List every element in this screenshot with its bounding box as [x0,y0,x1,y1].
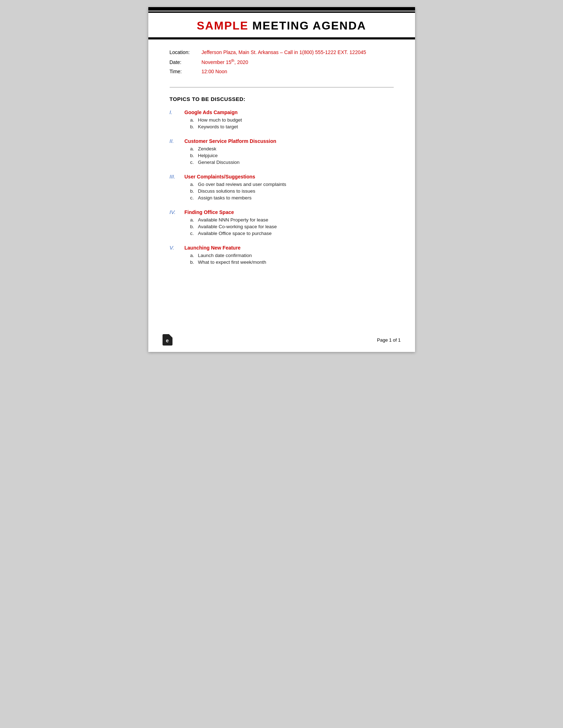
sub-item-3-1: a.Go over bad reviews and user complaint… [190,182,394,187]
sub-list-3: a.Go over bad reviews and user complaint… [170,182,394,200]
sub-text: What to expect first week/month [198,259,266,265]
footer-icon-letter: e [166,338,169,343]
page-title: SAMPLE MEETING AGENDA [163,19,401,32]
sub-list-1: a.How much to budgetb.Keywords to target [170,117,394,129]
page: SAMPLE MEETING AGENDA Location: Jefferso… [148,7,415,352]
top-bar-thick [148,7,415,11]
sub-list-2: a.Zendeskb.Helpjuicec.General Discussion [170,146,394,165]
date-pre: November 15 [202,59,232,65]
date-post: , 2020 [234,59,248,65]
location-row: Location: Jefferson Plaza, Main St. Arka… [170,49,394,55]
date-row: Date: November 15th, 2020 [170,59,394,65]
sub-letter: a. [190,253,198,258]
sub-letter: b. [190,124,198,129]
sub-text: Available Co-working space for lease [198,224,277,229]
sub-text: Available Office space to purchase [198,231,272,236]
sub-item-5-2: b.What to expect first week/month [190,259,394,265]
title-sample: SAMPLE [197,19,248,32]
sub-item-3-3: c.Assign tasks to members [190,195,394,200]
sub-letter: b. [190,259,198,265]
sub-text: Go over bad reviews and user complaints [198,182,286,187]
date-label: Date: [170,59,202,65]
meta-section: Location: Jefferson Plaza, Main St. Arka… [148,39,415,84]
sub-item-4-2: b.Available Co-working space for lease [190,224,394,229]
sub-letter: b. [190,224,198,229]
footer: e Page 1 of 1 [148,334,415,346]
agenda-title-4: Finding Office Space [185,209,234,215]
sub-text: Launch date confirmation [198,253,252,258]
sub-item-1-1: a.How much to budget [190,117,394,123]
agenda-numeral-5: V. [170,245,185,251]
topics-section: TOPICS TO BE DISCUSSED: I.Google Ads Cam… [148,87,415,265]
agenda-item-header-5: V.Launching New Feature [170,245,394,251]
sub-text: General Discussion [198,160,240,165]
agenda-numeral-3: III. [170,173,185,180]
sub-item-4-3: c.Available Office space to purchase [190,231,394,236]
sub-text: How much to budget [198,117,242,123]
agenda-item-header-4: IV.Finding Office Space [170,209,394,215]
footer-page-text: Page 1 of 1 [377,337,401,343]
sub-item-2-3: c.General Discussion [190,160,394,165]
agenda-numeral-4: IV. [170,209,185,215]
agenda-container: I.Google Ads Campaigna.How much to budge… [170,109,394,265]
agenda-item-2: II.Customer Service Platform Discussiona… [170,138,394,165]
agenda-item-5: V.Launching New Featurea.Launch date con… [170,245,394,265]
agenda-title-1: Google Ads Campaign [185,109,238,115]
sub-item-4-1: a.Available NNN Property for lease [190,217,394,223]
agenda-title-3: User Complaints/Suggestions [185,174,255,180]
sub-item-1-2: b.Keywords to target [190,124,394,129]
sub-letter: c. [190,160,198,165]
date-value: November 15th, 2020 [202,59,248,65]
agenda-item-3: III.User Complaints/Suggestionsa.Go over… [170,173,394,200]
sub-letter: b. [190,188,198,194]
date-sup: th [232,59,234,63]
sub-item-2-1: a.Zendesk [190,146,394,151]
sub-item-2-2: b.Helpjuice [190,153,394,158]
sub-letter: b. [190,153,198,158]
topics-heading: TOPICS TO BE DISCUSSED: [170,96,394,102]
agenda-item-4: IV.Finding Office Spacea.Available NNN P… [170,209,394,236]
header-area: SAMPLE MEETING AGENDA [148,13,415,32]
sub-letter: a. [190,117,198,123]
agenda-title-2: Customer Service Platform Discussion [185,138,276,144]
location-label: Location: [170,49,202,55]
location-value: Jefferson Plaza, Main St. Arkansas – Cal… [202,49,366,55]
sub-text: Keywords to target [198,124,238,129]
sub-list-4: a.Available NNN Property for leaseb.Avai… [170,217,394,236]
agenda-numeral-1: I. [170,109,185,115]
agenda-title-5: Launching New Feature [185,245,241,251]
sub-letter: c. [190,195,198,200]
time-value: 12:00 Noon [202,69,227,74]
agenda-item-header-3: III.User Complaints/Suggestions [170,173,394,180]
agenda-numeral-2: II. [170,138,185,144]
sub-letter: a. [190,182,198,187]
sub-text: Available NNN Property for lease [198,217,269,223]
agenda-item-1: I.Google Ads Campaigna.How much to budge… [170,109,394,129]
sub-list-5: a.Launch date confirmationb.What to expe… [170,253,394,265]
sub-text: Discuss solutions to issues [198,188,255,194]
sub-text: Zendesk [198,146,217,151]
sub-letter: c. [190,231,198,236]
agenda-item-header-1: I.Google Ads Campaign [170,109,394,115]
sub-letter: a. [190,146,198,151]
sub-item-3-2: b.Discuss solutions to issues [190,188,394,194]
time-label: Time: [170,69,202,74]
title-rest: MEETING AGENDA [249,19,366,32]
footer-icon: e [163,334,172,346]
sub-item-5-1: a.Launch date confirmation [190,253,394,258]
sub-letter: a. [190,217,198,223]
agenda-item-header-2: II.Customer Service Platform Discussion [170,138,394,144]
time-row: Time: 12:00 Noon [170,69,394,74]
sub-text: Assign tasks to members [198,195,252,200]
sub-text: Helpjuice [198,153,218,158]
